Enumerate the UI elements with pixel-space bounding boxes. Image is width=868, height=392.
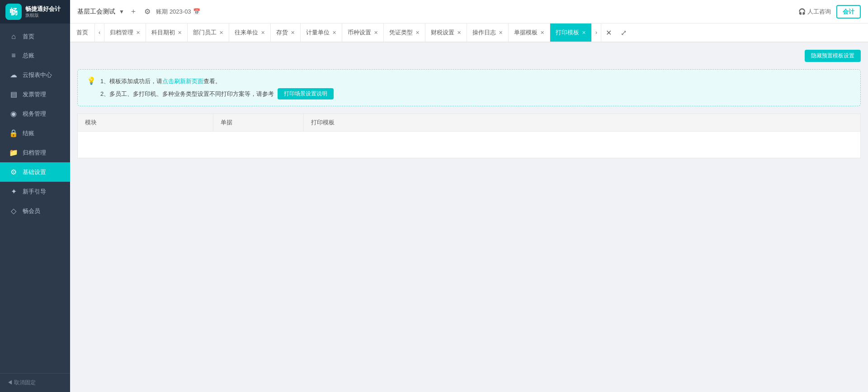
sidebar-item-label: 首页 — [23, 33, 34, 41]
sidebar-item-vip[interactable]: ◇ 畅会员 — [0, 201, 70, 221]
sidebar-item-ledger[interactable]: ≡ 总账 — [0, 46, 70, 65]
tab-archive[interactable]: 归档管理 ✕ — [104, 24, 146, 42]
tab-close-icon[interactable]: ✕ — [291, 30, 295, 36]
sidebar-item-reports[interactable]: ☁ 云报表中心 — [0, 65, 70, 85]
print-scene-button[interactable]: 打印场景设置说明 — [278, 88, 334, 99]
sidebar-item-settings[interactable]: ⚙ 基础设置 — [0, 162, 70, 182]
sidebar-item-tax[interactable]: ◉ 税务管理 — [0, 104, 70, 123]
bulb-icon: 💡 — [87, 76, 96, 85]
ledger-icon: ≡ — [9, 52, 18, 60]
template-table: 模块 单据 打印模板 — [77, 113, 861, 158]
sidebar-item-closing[interactable]: 🔒 结账 — [0, 123, 70, 143]
notice-box: 💡 1、模板添加成功后，请点击刷新新页面查看。 2、多员工、多打印机、多种业务类… — [77, 69, 861, 106]
sidebar-item-label: 结账 — [23, 129, 34, 137]
tab-voucher[interactable]: 凭证类型 ✕ — [384, 24, 425, 42]
tab-close-icon[interactable]: ✕ — [332, 30, 336, 36]
sidebar-item-guide[interactable]: ✦ 新手引导 — [0, 182, 70, 201]
tab-close-icon[interactable]: ✕ — [136, 30, 140, 36]
notice-line1: 1、模板添加成功后，请点击刷新新页面查看。 — [100, 76, 334, 86]
tab-expand-button[interactable]: ⤢ — [616, 24, 631, 42]
tax-icon: ◉ — [9, 109, 18, 118]
tab-close-icon[interactable]: ✕ — [219, 30, 223, 36]
sidebar-item-label: 基础设置 — [23, 168, 46, 176]
kuaiji-button[interactable]: 会计 — [836, 5, 861, 19]
notice-row: 💡 1、模板添加成功后，请点击刷新新页面查看。 2、多员工、多打印机、多种业务类… — [87, 76, 851, 99]
sidebar-item-label: 畅会员 — [23, 207, 40, 215]
tab-close-all-button[interactable]: ✕ — [601, 24, 616, 42]
archive-icon: 📁 — [9, 148, 18, 157]
tab-close-icon[interactable]: ✕ — [457, 30, 461, 36]
tab-currency[interactable]: 币种设置 ✕ — [342, 24, 384, 42]
home-icon: ⌂ — [9, 33, 18, 41]
invoice-icon: ▤ — [9, 90, 18, 99]
vip-icon: ◇ — [9, 207, 18, 215]
sidebar-item-label: 云报表中心 — [23, 71, 52, 79]
sidebar-item-label: 总账 — [23, 52, 34, 60]
unpin-button[interactable]: ◀ 取消固定 — [0, 373, 70, 392]
content-area: 隐藏预置模板设置 💡 1、模板添加成功后，请点击刷新新页面查看。 2、多员工、多… — [70, 43, 868, 392]
calendar-icon[interactable]: 📅 — [193, 8, 200, 15]
tab-home[interactable]: 首页 — [70, 24, 95, 42]
tab-close-icon[interactable]: ✕ — [582, 30, 586, 36]
guide-icon: ✦ — [9, 187, 18, 196]
notice-line2: 2、多员工、多打印机、多种业务类型设置不同打印方案等，请参考 打印场景设置说明 — [100, 88, 334, 99]
settings-gear-button[interactable]: ⚙ — [142, 5, 152, 18]
sidebar-item-invoice[interactable]: ▤ 发票管理 — [0, 85, 70, 104]
sidebar-item-label: 税务管理 — [23, 110, 46, 118]
cloud-icon: ☁ — [9, 71, 18, 79]
closing-icon: 🔒 — [9, 129, 18, 137]
top-bar-left: 基层工会测试 ▼ ＋ ⚙ 账期 2023-03 📅 — [77, 5, 200, 18]
col-module-header: 模块 — [78, 114, 213, 131]
table-body — [77, 131, 861, 158]
settings-icon: ⚙ — [9, 168, 18, 176]
tab-nav-right[interactable]: › — [592, 24, 601, 42]
table-header: 模块 单据 打印模板 — [77, 113, 861, 131]
logo-sub: 旗舰版 — [25, 13, 61, 18]
tab-unit[interactable]: 计量单位 ✕ — [301, 24, 342, 42]
tab-single[interactable]: 单据模板 ✕ — [509, 24, 550, 42]
tab-close-icon[interactable]: ✕ — [178, 30, 182, 36]
company-dropdown-icon[interactable]: ▼ — [119, 9, 124, 15]
tab-bar: 首页 ‹ 归档管理 ✕ 科目期初 ✕ 部门员工 ✕ 往来单位 ✕ 存货 ✕ 计量… — [70, 24, 868, 43]
logo-title: 畅捷通好会计 — [25, 5, 61, 13]
tab-inventory[interactable]: 存货 ✕ — [271, 24, 301, 42]
tab-close-icon[interactable]: ✕ — [374, 30, 378, 36]
tab-close-icon[interactable]: ✕ — [540, 30, 544, 36]
sidebar-item-archive[interactable]: 📁 归档管理 — [0, 143, 70, 162]
col-single-header: 单据 — [213, 114, 304, 131]
company-name: 基层工会测试 — [77, 8, 115, 16]
logo: 畅 畅捷通好会计 旗舰版 — [0, 0, 70, 24]
col-template-header: 打印模板 — [304, 114, 860, 131]
tab-nav-left[interactable]: ‹ — [95, 24, 104, 42]
tab-close-icon[interactable]: ✕ — [415, 30, 420, 36]
sidebar-item-home[interactable]: ⌂ 首页 — [0, 27, 70, 46]
add-tab-button[interactable]: ＋ — [128, 5, 139, 18]
logo-icon: 畅 — [5, 4, 22, 20]
sidebar: 畅 畅捷通好会计 旗舰版 ⌂ 首页 ≡ 总账 ☁ 云报表中心 ▤ 发票管理 ◉ … — [0, 0, 70, 392]
tab-supplier[interactable]: 往来单位 ✕ — [229, 24, 271, 42]
top-bar-right: 🎧 人工咨询 会计 — [798, 5, 861, 19]
hide-template-button[interactable]: 隐藏预置模板设置 — [805, 50, 861, 62]
main-area: 基层工会测试 ▼ ＋ ⚙ 账期 2023-03 📅 🎧 人工咨询 会计 首页 ‹… — [70, 0, 868, 392]
sidebar-item-label: 发票管理 — [23, 90, 46, 99]
sidebar-item-label: 归档管理 — [23, 149, 46, 157]
top-bar: 基层工会测试 ▼ ＋ ⚙ 账期 2023-03 📅 🎧 人工咨询 会计 — [70, 0, 868, 24]
sidebar-item-label: 新手引导 — [23, 188, 46, 196]
content-header: 隐藏预置模板设置 — [77, 50, 861, 66]
notice-content: 1、模板添加成功后，请点击刷新新页面查看。 2、多员工、多打印机、多种业务类型设… — [100, 76, 334, 99]
tab-close-icon[interactable]: ✕ — [261, 30, 265, 36]
tab-department[interactable]: 部门员工 ✕ — [188, 24, 229, 42]
tab-subject[interactable]: 科目期初 ✕ — [146, 24, 188, 42]
sidebar-nav: ⌂ 首页 ≡ 总账 ☁ 云报表中心 ▤ 发票管理 ◉ 税务管理 🔒 结账 📁 归… — [0, 24, 70, 373]
tab-taxsettings[interactable]: 财税设置 ✕ — [425, 24, 467, 42]
refresh-link[interactable]: 点击刷新新页面 — [162, 78, 203, 85]
headset-icon: 🎧 — [798, 8, 806, 15]
period-label: 账期 2023-03 📅 — [156, 8, 200, 16]
tab-oplog[interactable]: 操作日志 ✕ — [467, 24, 509, 42]
tab-close-icon[interactable]: ✕ — [499, 30, 503, 36]
logo-text: 畅捷通好会计 旗舰版 — [25, 5, 61, 18]
support-button[interactable]: 🎧 人工咨询 — [798, 8, 831, 16]
tab-print[interactable]: 打印模板 ✕ — [550, 24, 592, 42]
